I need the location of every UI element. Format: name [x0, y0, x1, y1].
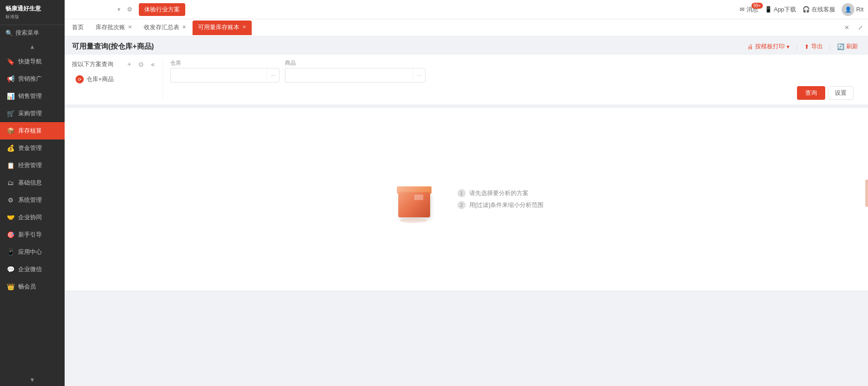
right-scroll-indicator[interactable] — [865, 180, 868, 207]
action-row: 查询 设置 — [170, 86, 861, 100]
print-dropdown-icon[interactable]: ▾ — [787, 43, 790, 50]
enterprise-icon: 🤝 — [6, 213, 15, 221]
tabbar-close-all-button[interactable]: ✕ — [841, 22, 853, 34]
export-button[interactable]: ⬆ 导出 — [802, 41, 826, 52]
tabbar-expand-button[interactable]: ⤢ — [854, 22, 866, 34]
topbar: ▾ ⚙ 体验行业方案 ✉ 消息 99+ 📱 App下载 🎧 在线客服 👤 — [65, 0, 868, 19]
sales-icon: 📊 — [6, 92, 15, 100]
refresh-button[interactable]: 🔄 刷新 — [834, 41, 861, 52]
topbar-dropdown-icon[interactable]: ▾ — [117, 6, 121, 13]
member-icon: 👑 — [6, 283, 15, 291]
sidebar-scroll-up[interactable]: ▲ — [0, 41, 65, 53]
box-shadow — [400, 218, 427, 223]
marketing-icon: 📢 — [6, 75, 15, 83]
hint-text-2: 用[过滤]条件来缩小分析范围 — [469, 201, 543, 209]
sidebar-item-label: 基础信息 — [18, 179, 42, 187]
product-input-wrap: ··· — [285, 68, 426, 82]
tab-available-ledger-label: 可用量库存账本 — [198, 23, 239, 31]
sidebar-search-label: 搜索菜单 — [15, 29, 39, 37]
sidebar-item-purchase[interactable]: 🛒 采购管理 — [0, 105, 65, 122]
settings-button[interactable]: 设置 — [828, 86, 853, 100]
sidebar-item-guide[interactable]: 🎯 新手引导 — [0, 226, 65, 243]
sidebar-scroll-down[interactable]: ▼ — [0, 374, 65, 386]
wechat-icon: 💬 — [6, 265, 15, 273]
app-title: 畅康通好生意 — [5, 5, 59, 13]
sidebar-item-label: 经营管理 — [18, 161, 42, 170]
sidebar-item-label: 企业微信 — [18, 265, 42, 273]
app-download-button[interactable]: 📱 App下载 — [765, 5, 796, 14]
basic-info-icon: 🗂 — [6, 179, 15, 187]
search-icon: 🔍 — [5, 30, 13, 36]
sidebar-logo: 畅康通好生意 标准版 — [0, 0, 65, 25]
topbar-breadcrumb — [69, 6, 115, 13]
scheme-add-button[interactable]: ＋ — [124, 59, 134, 69]
user-profile[interactable]: 👤 Rit — [842, 3, 863, 16]
scheme-settings-button[interactable]: ⊙ — [136, 59, 146, 69]
filter-row: 仓库 ··· 商品 — [170, 59, 861, 82]
product-more-button[interactable]: ··· — [413, 68, 425, 82]
tab-batch-account-label: 库存批次账 — [96, 23, 125, 31]
app-badge: 标准版 — [5, 14, 59, 20]
tab-batch-account-close[interactable]: ✕ — [128, 24, 132, 30]
app-center-icon: 📱 — [6, 248, 15, 256]
collapse-icon: « — [151, 61, 155, 68]
empty-hint-1: 1 请先选择要分析的方案 — [457, 189, 543, 197]
query-button[interactable]: 查询 — [797, 86, 825, 100]
scheme-collapse-button[interactable]: « — [148, 59, 158, 69]
export-label: 导出 — [811, 42, 823, 51]
tab-receipt-summary[interactable]: 收发存汇总表 ✕ — [138, 21, 192, 35]
topbar-search-input[interactable] — [69, 6, 115, 13]
empty-state: 1 请先选择要分析的方案 2 用[过滤]条件来缩小分析范围 — [65, 108, 868, 290]
tab-receipt-summary-close[interactable]: ✕ — [182, 24, 186, 30]
industry-solution-button[interactable]: 体验行业方案 — [139, 3, 185, 16]
sidebar-item-marketing[interactable]: 📢 营销推广 — [0, 70, 65, 87]
sidebar-item-basic-info[interactable]: 🗂 基础信息 — [0, 174, 65, 191]
topbar-right: ✉ 消息 99+ 📱 App下载 🎧 在线客服 👤 Rit — [740, 3, 863, 16]
product-label: 商品 — [285, 59, 426, 67]
online-service-button[interactable]: 🎧 在线客服 — [802, 5, 835, 14]
topbar-settings-button[interactable]: ⚙ — [123, 3, 136, 16]
box-face — [414, 195, 423, 200]
sidebar-item-label: 营销推广 — [18, 75, 42, 83]
sidebar-item-label: 新手引导 — [18, 231, 42, 239]
sidebar-item-finance[interactable]: 💰 资金管理 — [0, 139, 65, 157]
tab-available-ledger-close[interactable]: ✕ — [242, 24, 246, 30]
sidebar-item-operations[interactable]: 📋 经营管理 — [0, 157, 65, 174]
sidebar-item-system[interactable]: ⚙ 系统管理 — [0, 191, 65, 209]
hint-num-1: 1 — [457, 189, 466, 197]
tab-home[interactable]: 首页 — [66, 21, 89, 35]
print-icon: 🖨 — [747, 43, 753, 50]
avatar: 👤 — [842, 3, 854, 16]
message-button[interactable]: ✉ 消息 99+ — [740, 5, 758, 14]
scheme-panel-title: 按以下方案查询 — [72, 60, 113, 68]
phone-icon: 📱 — [765, 6, 772, 13]
tab-batch-account[interactable]: 库存批次账 ✕ — [90, 21, 137, 35]
print-template-button[interactable]: 🖨 按模板打印 ▾ — [745, 41, 792, 52]
sidebar-item-sales[interactable]: 📊 销售管理 — [0, 87, 65, 105]
sidebar-item-label: 资金管理 — [18, 144, 42, 152]
sidebar-item-app-center[interactable]: 📱 应用中心 — [0, 243, 65, 261]
scheme-panel: 按以下方案查询 ＋ ⊙ « ⟳ 仓库+商 — [72, 59, 163, 100]
tab-available-ledger[interactable]: 可用量库存账本 ✕ — [193, 21, 252, 35]
product-input[interactable] — [285, 70, 413, 81]
sidebar-item-wechat[interactable]: 💬 企业微信 — [0, 261, 65, 278]
sidebar-item-label: 库存核算 — [18, 127, 42, 135]
page-content: 可用量查询(按仓库+商品) 🖨 按模板打印 ▾ | ⬆ 导出 | 🔄 刷新 — [65, 36, 868, 386]
avatar-icon: 👤 — [845, 6, 852, 13]
sidebar-item-inventory[interactable]: 📦 库存核算 — [0, 122, 65, 139]
message-badge: 99+ — [751, 3, 763, 9]
scheme-panel-buttons: ＋ ⊙ « — [124, 59, 158, 69]
sidebar-item-enterprise[interactable]: 🤝 企业协同 — [0, 209, 65, 226]
sidebar-search[interactable]: 🔍 搜索菜单 — [0, 25, 65, 41]
scheme-item-label: 仓库+商品 — [86, 75, 114, 83]
scheme-item-warehouse-product[interactable]: ⟳ 仓库+商品 — [72, 73, 158, 86]
warehouse-input[interactable] — [171, 70, 267, 81]
warehouse-more-button[interactable]: ··· — [267, 68, 279, 82]
sidebar-item-label: 销售管理 — [18, 92, 42, 100]
sidebar-item-label: 畅会员 — [18, 283, 36, 291]
quick-nav-icon: 🔖 — [6, 57, 15, 66]
finance-icon: 💰 — [6, 144, 15, 152]
sidebar-item-quick-nav[interactable]: 🔖 快捷导航 — [0, 53, 65, 70]
sidebar-item-member[interactable]: 👑 畅会员 — [0, 278, 65, 295]
more-icon: ··· — [271, 72, 275, 78]
